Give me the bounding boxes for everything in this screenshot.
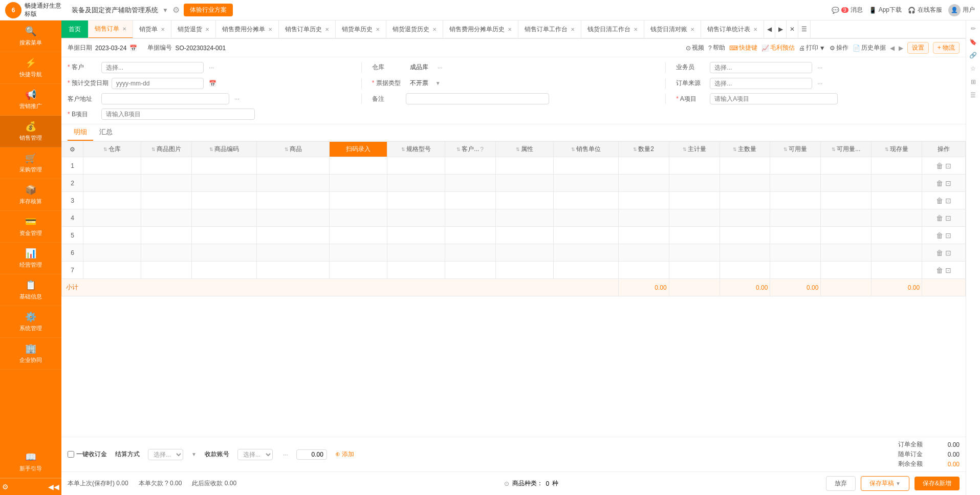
cell-product[interactable] xyxy=(257,192,329,209)
tab-order-workbench[interactable]: 销售订单工作台 ✕ xyxy=(518,20,581,38)
copy-icon[interactable]: ⊡ xyxy=(945,179,951,187)
tab-close-sales-fee[interactable]: ✕ xyxy=(268,27,272,32)
operation-btn[interactable]: ⚙ 操作 xyxy=(830,44,848,52)
delete-icon[interactable]: 🗑 xyxy=(936,266,943,274)
cell-product[interactable] xyxy=(257,157,329,175)
calendar-icon[interactable]: 📅 xyxy=(129,45,137,52)
cell-customer-code[interactable] xyxy=(445,244,495,262)
warehouse-dots[interactable]: ··· xyxy=(438,64,443,71)
sidebar-item-search[interactable]: 🔍 搜索菜单 xyxy=(0,20,61,52)
note-input[interactable] xyxy=(406,93,549,104)
tab-stats[interactable]: 销售订单统计表 ✕ xyxy=(701,20,764,38)
tab-nav-next[interactable]: ▶ xyxy=(775,20,787,38)
tab-close-sales-order[interactable]: ✕ xyxy=(122,26,126,32)
customer-input[interactable] xyxy=(101,62,204,73)
delete-icon[interactable]: 🗑 xyxy=(936,231,943,240)
cell-code[interactable] xyxy=(192,244,257,262)
cell-customer-code[interactable] xyxy=(445,175,495,192)
cell-unit[interactable] xyxy=(553,227,618,244)
sidebar-item-sales[interactable]: 💰 销售管理 xyxy=(0,116,61,147)
cell-warehouse[interactable] xyxy=(83,262,141,279)
cell-code[interactable] xyxy=(192,209,257,227)
delete-icon[interactable]: 🗑 xyxy=(936,249,943,257)
cell-unit[interactable] xyxy=(553,262,618,279)
copy-icon[interactable]: ⊡ xyxy=(945,249,951,257)
cell-qty2[interactable] xyxy=(618,157,669,175)
cell-property[interactable] xyxy=(495,227,553,244)
cell-code[interactable] xyxy=(192,262,257,279)
tab-daily-reconcile[interactable]: 钱货日清对账 ✕ xyxy=(644,20,701,38)
cell-unit[interactable] xyxy=(553,192,618,209)
cell-code[interactable] xyxy=(192,227,257,244)
sidebar-item-nav[interactable]: ⚡ 快捷导航 xyxy=(0,52,61,84)
cell-warehouse[interactable] xyxy=(83,244,141,262)
sidebar-item-system[interactable]: ⚙️ 系统管理 xyxy=(0,306,61,338)
sidebar-item-finance[interactable]: 💳 资金管理 xyxy=(0,211,61,243)
nav-next-btn[interactable]: ▶ xyxy=(899,45,903,52)
save-draft-dropdown[interactable]: ▼ xyxy=(896,481,901,486)
cell-warehouse[interactable] xyxy=(83,209,141,227)
nav-prev-btn[interactable]: ◀ xyxy=(890,45,895,52)
tab-close-fee-history[interactable]: ✕ xyxy=(508,27,512,32)
cell-customer-code[interactable] xyxy=(445,262,495,279)
sidebar-collapse-icon[interactable]: ◀◀ xyxy=(48,483,59,491)
cell-code[interactable] xyxy=(192,157,257,175)
cell-main-qty[interactable] xyxy=(720,244,770,262)
tab-sales-order[interactable]: 销售订单 ✕ xyxy=(89,20,133,38)
customer-dots[interactable]: ··· xyxy=(209,64,214,71)
tab-daily-workbench[interactable]: 钱货日清工作台 ✕ xyxy=(581,20,644,38)
tab-nav-close[interactable]: ✕ xyxy=(787,20,798,38)
system-dropdown-icon[interactable]: ▼ xyxy=(162,7,168,14)
notification-item[interactable]: 💬 9 消息 xyxy=(832,6,863,14)
user-item[interactable]: 👤 用户 xyxy=(948,4,975,16)
address-input[interactable] xyxy=(101,93,229,104)
tab-nav-prev[interactable]: ◀ xyxy=(764,20,775,38)
cell-product[interactable] xyxy=(257,227,329,244)
tab-close-stats[interactable]: ✕ xyxy=(753,27,757,32)
copy-icon[interactable]: ⊡ xyxy=(945,197,951,205)
copy-icon[interactable]: ⊡ xyxy=(945,214,951,222)
cell-warehouse[interactable] xyxy=(83,192,141,209)
profit-btn[interactable]: 📈 毛利预估 xyxy=(761,44,795,52)
cell-main-qty[interactable] xyxy=(720,209,770,227)
tab-close-invoice-history[interactable]: ✕ xyxy=(376,27,380,32)
right-icon-1[interactable]: ✏ xyxy=(967,23,979,35)
cell-main-qty[interactable] xyxy=(720,175,770,192)
tab-close-order-workbench[interactable]: ✕ xyxy=(571,27,575,32)
cell-property[interactable] xyxy=(495,192,553,209)
account-select[interactable]: 选择... xyxy=(237,449,273,460)
cell-spec[interactable] xyxy=(387,209,445,227)
tab-close-sales-invoice[interactable]: ✕ xyxy=(161,27,165,32)
cell-unit[interactable] xyxy=(553,244,618,262)
delete-icon[interactable]: 🗑 xyxy=(936,162,943,170)
discard-btn[interactable]: 放弃 xyxy=(826,476,856,491)
tab-fee-history[interactable]: 销售费用分摊单历史 ✕ xyxy=(443,20,518,38)
copy-icon[interactable]: ⊡ xyxy=(945,266,951,274)
delivery-calendar-icon[interactable]: 📅 xyxy=(209,80,216,87)
tab-sales-fee[interactable]: 销售费用分摊单 ✕ xyxy=(216,20,279,38)
cell-product[interactable] xyxy=(257,209,329,227)
right-icon-4[interactable]: ☆ xyxy=(967,62,979,75)
cell-spec[interactable] xyxy=(387,244,445,262)
address-dots[interactable]: ··· xyxy=(234,95,239,102)
tab-close-daily-workbench[interactable]: ✕ xyxy=(634,27,638,32)
cell-property[interactable] xyxy=(495,175,553,192)
sidebar-settings-icon[interactable]: ⚙ xyxy=(2,483,9,491)
delete-icon[interactable]: 🗑 xyxy=(936,197,943,205)
tab-return-history[interactable]: 销货退货历史 ✕ xyxy=(386,20,443,38)
cell-unit[interactable] xyxy=(553,209,618,227)
tab-home[interactable]: 首页 xyxy=(61,20,89,38)
cell-warehouse[interactable] xyxy=(83,175,141,192)
history-btn[interactable]: 📄 历史单据 xyxy=(853,44,886,52)
sidebar-item-marketing[interactable]: 📢 营销推广 xyxy=(0,84,61,116)
cell-property[interactable] xyxy=(495,262,553,279)
help-btn[interactable]: ? 帮助 xyxy=(708,44,725,52)
cell-spec[interactable] xyxy=(387,227,445,244)
tab-summary[interactable]: 汇总 xyxy=(93,124,119,141)
invoice-type-dropdown[interactable]: ▼ xyxy=(435,80,441,86)
cell-qty2[interactable] xyxy=(618,175,669,192)
sidebar-item-enterprise[interactable]: 🏢 企业协同 xyxy=(0,338,61,370)
cell-qty2[interactable] xyxy=(618,262,669,279)
cell-spec[interactable] xyxy=(387,175,445,192)
b-project-input[interactable] xyxy=(101,109,255,120)
